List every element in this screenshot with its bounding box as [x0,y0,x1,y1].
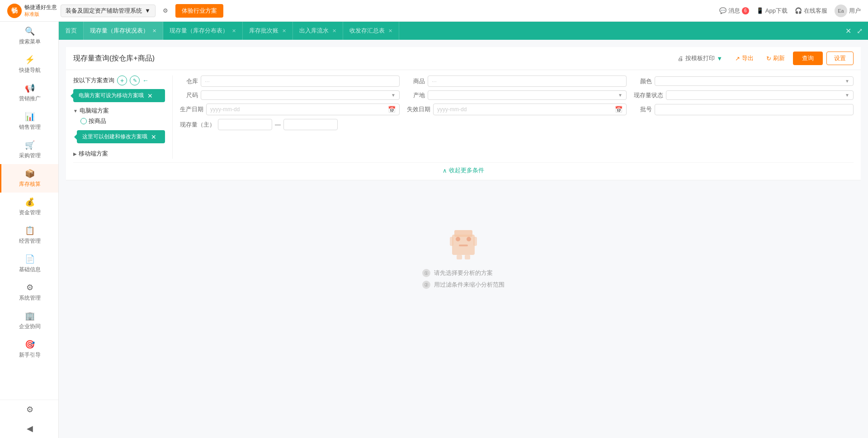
tab-inventory-batch[interactable]: 库存批次账 ✕ [243,22,293,40]
origin-chevron-icon: ▼ [618,93,623,98]
inv-status-select[interactable]: ▼ [666,90,854,100]
collapse-up-icon: ∧ [443,167,447,174]
sidebar-item-sales[interactable]: 📊 销售管理 [0,107,58,136]
sidebar-item-finance[interactable]: 💰 资金管理 [0,193,58,221]
sidebar-item-label: 营销推广 [19,95,41,103]
add-scheme-btn[interactable]: + [117,75,127,85]
warehouse-dots: ··· [205,78,210,85]
message-item[interactable]: 💬 消息 6 [719,7,749,15]
headset-icon: 🎧 [795,7,802,14]
online-support-item[interactable]: 🎧 在线客服 [795,7,827,15]
sidebar-item-purchase[interactable]: 🛒 采购管理 [0,136,58,164]
sidebar-item-operations[interactable]: 📋 经营管理 [0,221,58,250]
app-download-label: App下载 [765,7,788,15]
size-chevron-icon: ▼ [391,93,396,98]
scheme-tooltip: 电脑方案可设为移动方案哦 ✕ [73,89,165,102]
scheme-item-radio [80,118,87,124]
filter-size: 尺码 ▼ [180,90,400,100]
maximize-btn[interactable]: ⤢ [855,25,864,37]
goods-input[interactable]: ··· [428,75,627,87]
filter-inv-status: 现存量状态 ▼ [634,90,854,100]
sidebar-item-search[interactable]: 🔍 搜索菜单 [0,22,58,50]
print-btn[interactable]: 🖨 按模板打印 ▼ [673,52,727,65]
refresh-icon: ↻ [766,55,771,62]
settings-icon[interactable]: ⚙ [159,5,172,17]
close-all-tabs-btn[interactable]: ✕ [844,25,853,37]
tab-inventory-dist[interactable]: 现存量（库存分布表） ✕ [163,22,243,40]
empty-hint-2: ② 用过滤条件来缩小分析范围 [422,281,505,289]
inv-qty-from[interactable] [218,119,272,130]
origin-select[interactable]: ▼ [428,90,627,100]
svg-rect-1 [454,230,472,237]
industry-btn[interactable]: 体验行业方案 [175,4,223,18]
refresh-btn[interactable]: ↻ 刷新 [762,52,789,65]
sidebar-item-system[interactable]: ⚙ 系统管理 [0,278,58,306]
top-bar: 畅 畅捷通好生意 标准版 装备及固定资产辅助管理系统 ▼ ⚙ 体验行业方案 💬 … [0,0,868,22]
tooltip-close-btn[interactable]: ✕ [147,92,153,99]
tab-inout-flow[interactable]: 出入库流水 ✕ [293,22,343,40]
system-selector[interactable]: 装备及固定资产辅助管理系统 ▼ [61,5,156,17]
tab-close-icon[interactable]: ✕ [332,28,336,34]
arrow-icon[interactable]: ← [142,77,149,84]
sidebar-settings[interactable]: ⚙ [0,400,58,419]
sidebar-item-basic-info[interactable]: 📄 基础信息 [0,250,58,278]
tab-close-icon[interactable]: ✕ [232,28,236,34]
tab-recv-summary-label: 收发存汇总表 [349,27,385,35]
sidebar-collapse[interactable]: ◀ [0,419,58,438]
tab-close-icon[interactable]: ✕ [282,28,286,34]
export-btn[interactable]: ↗ 导出 [731,52,758,65]
size-select[interactable]: ▼ [201,90,400,100]
origin-label: 产地 [407,91,425,99]
mobile-arrow-icon: ▶ [73,151,77,156]
sidebar-item-label: 快捷导航 [19,66,41,74]
filter-color: 颜色 ▼ [634,76,854,86]
collapse-btn[interactable]: ∧ 收起更多条件 [443,166,484,174]
scheme-panel: 按以下方案查询 + ✎ ← 电脑方案可设为移动方案哦 ✕ [73,75,173,159]
document-icon: 📄 [25,254,35,264]
tab-recv-summary[interactable]: 收发存汇总表 ✕ [343,22,399,40]
clipboard-icon: 📋 [25,226,35,235]
sidebar-item-marketing[interactable]: 📢 营销推广 [0,79,58,107]
reset-btn[interactable]: 设置 [826,52,854,65]
tab-close-icon[interactable]: ✕ [152,28,156,34]
sidebar-item-inventory[interactable]: 📦 库存核算 [0,164,58,193]
query-btn[interactable]: 查询 [793,52,823,65]
edit-scheme-btn[interactable]: ✎ [130,75,140,85]
sidebar-item-guide[interactable]: 🎯 新手引导 [0,335,58,363]
tab-home[interactable]: 首页 [59,22,84,40]
user-item[interactable]: Ea 用户 [835,5,861,17]
svg-rect-7 [457,255,462,259]
megaphone-icon: 📢 [25,83,35,93]
tab-close-icon[interactable]: ✕ [388,28,392,34]
warehouse-label: 仓库 [180,77,198,85]
color-select[interactable]: ▼ [655,76,854,86]
tab-bar: 首页 现存量（库存状况表） ✕ 现存量（库存分布表） ✕ 库存批次账 ✕ 出入库… [59,22,868,40]
prod-date-input[interactable]: yyyy-mm-dd 📅 [206,104,400,115]
sidebar-item-quick-nav[interactable]: ⚡ 快捷导航 [0,50,58,79]
tooltip-create-close-btn[interactable]: ✕ [151,133,156,141]
sidebar-bottom: ⚙ ◀ [0,400,58,438]
exp-date-input[interactable]: yyyy-mm-dd 📅 [433,104,627,115]
app-download-item[interactable]: 📱 App下载 [756,7,788,15]
mobile-scheme-header[interactable]: ▶ 移动端方案 [73,149,165,159]
collapse-arrow-icon: ▼ [73,108,78,113]
warehouse-input[interactable]: ··· [201,75,400,87]
empty-hint-1: ① 请先选择要分析的方案 [422,269,505,277]
tab-inventory-status[interactable]: 现存量（库存状况表） ✕ [84,22,163,40]
calendar2-icon: 📅 [615,106,623,113]
filter-fields-panel: 仓库 ··· 商品 ··· [173,75,854,132]
scheme-item-goods[interactable]: 按商品 [80,116,165,127]
desktop-scheme-items: 按商品 [73,116,165,127]
inv-qty-to[interactable] [283,119,338,130]
box-icon: 📦 [25,169,35,179]
filter-goods: 商品 ··· [407,75,627,87]
top-right: 💬 消息 6 📱 App下载 🎧 在线客服 Ea 用户 [719,5,861,17]
hint-text-2: 用过滤条件来缩小分析范围 [434,281,505,289]
desktop-scheme-header[interactable]: ▼ 电脑端方案 [73,106,165,116]
sidebar-item-enterprise[interactable]: 🏢 企业协同 [0,306,58,335]
refresh-label: 刷新 [773,54,785,62]
desktop-scheme-label: 电脑端方案 [80,107,109,115]
filter-exp-date: 失效日期 yyyy-mm-dd 📅 [407,104,627,115]
hint-text-1: 请先选择要分析的方案 [434,269,493,277]
batch-input[interactable] [655,104,854,115]
